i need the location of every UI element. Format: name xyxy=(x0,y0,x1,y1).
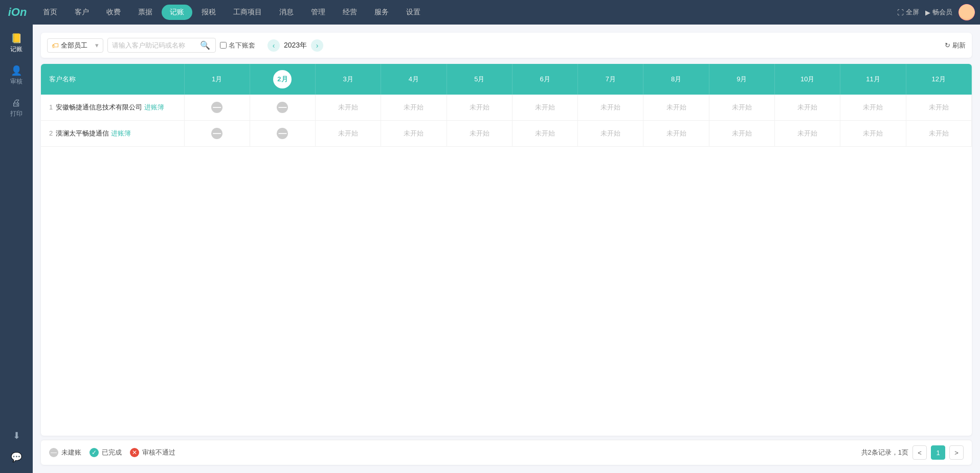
video-icon: ▶ xyxy=(925,9,930,16)
my-account-checkbox-label[interactable]: 名下账套 xyxy=(220,41,255,50)
prev-year-button[interactable]: ‹ xyxy=(268,39,280,52)
col-jul: 7月 xyxy=(578,64,643,95)
completed-icon: ✓ xyxy=(90,448,99,457)
nav-item-tax[interactable]: 报税 xyxy=(193,5,224,20)
cell-month-1: — xyxy=(184,121,250,147)
nav-menu: 首页客户收费票据记账报税工商项目消息管理经营服务设置 xyxy=(35,5,897,20)
nav-right: ⛶ 全屏 ▶ 畅会员 xyxy=(897,4,975,20)
nav-item-invoice[interactable]: 票据 xyxy=(130,5,161,20)
cell-month-9: 未开始 xyxy=(709,121,774,147)
search-input[interactable] xyxy=(112,41,199,49)
cell-month-1: — xyxy=(184,95,250,121)
nav-item-manage[interactable]: 管理 xyxy=(303,5,333,20)
next-year-button[interactable]: › xyxy=(311,39,323,52)
enter-ledger-link[interactable]: 进账簿 xyxy=(144,103,164,111)
sidebar-print-label: 打印 xyxy=(10,109,23,118)
top-navigation: iOn 首页客户收费票据记账报税工商项目消息管理经营服务设置 ⛶ 全屏 ▶ 畅会… xyxy=(0,0,980,25)
table-row: 1安徽畅捷通信息技术有限公司 进账簿——未开始未开始未开始未开始未开始未开始未开… xyxy=(41,95,972,121)
enter-ledger-link[interactable]: 进账簿 xyxy=(111,129,131,137)
fullscreen-button[interactable]: ⛶ 全屏 xyxy=(897,8,919,17)
legend: — 未建账 ✓ 已完成 ✕ 审核不通过 xyxy=(49,448,175,457)
year-navigator: ‹ 2023年 › xyxy=(268,39,323,52)
cell-month-4: 未开始 xyxy=(381,95,447,121)
status-not-started: 未开始 xyxy=(929,129,949,137)
cell-company: 1安徽畅捷通信息技术有限公司 进账簿 xyxy=(41,95,184,121)
status-not-started: 未开始 xyxy=(797,103,817,111)
audit-icon: 👤 xyxy=(11,66,22,75)
sidebar-bookkeeping-label: 记账 xyxy=(10,45,23,54)
app-logo: iOn xyxy=(5,0,30,25)
nav-item-service[interactable]: 服务 xyxy=(366,5,397,20)
avatar[interactable] xyxy=(959,4,975,20)
search-button[interactable]: 🔍 xyxy=(199,40,211,50)
nav-item-operation[interactable]: 经营 xyxy=(335,5,365,20)
year-label: 2023年 xyxy=(284,41,307,50)
status-not-started: 未开始 xyxy=(600,129,620,137)
cell-month-2: — xyxy=(250,95,315,121)
toolbar: 🏷 全部员工 ▾ 🔍 名下账套 ‹ 2023年 › ↻ 刷新 xyxy=(41,33,972,58)
col-nov: 11月 xyxy=(840,64,906,95)
not-built-label: 未建账 xyxy=(61,448,81,457)
cell-month-8: 未开始 xyxy=(643,121,709,147)
next-page-button[interactable]: > xyxy=(949,445,964,460)
refresh-label: 刷新 xyxy=(952,41,966,50)
nav-item-bookkeeping[interactable]: 记账 xyxy=(162,5,192,20)
page-1-button[interactable]: 1 xyxy=(931,445,945,460)
cell-month-6: 未开始 xyxy=(512,95,577,121)
sidebar-item-print[interactable]: 🖨 打印 xyxy=(2,93,31,123)
sidebar-item-help[interactable]: 💬 xyxy=(2,447,31,467)
status-not-started: 未开始 xyxy=(732,129,752,137)
member-label: 畅会员 xyxy=(932,8,952,17)
main-content: 🏷 全部员工 ▾ 🔍 名下账套 ‹ 2023年 › ↻ 刷新 xyxy=(33,25,980,473)
status-not-started: 未开始 xyxy=(404,103,424,111)
status-not-started: 未开始 xyxy=(732,103,752,111)
nav-item-business[interactable]: 工商项目 xyxy=(225,5,270,20)
avatar-image xyxy=(959,4,975,20)
nav-item-settings[interactable]: 设置 xyxy=(398,5,429,20)
legend-not-built: — 未建账 xyxy=(49,448,81,457)
nav-item-home[interactable]: 首页 xyxy=(35,5,65,20)
refresh-icon: ↻ xyxy=(945,41,950,49)
row-number: 2 xyxy=(49,129,53,137)
employee-dropdown[interactable]: 🏷 全部员工 ▾ xyxy=(47,38,103,53)
row-number: 1 xyxy=(49,103,53,111)
nav-item-billing[interactable]: 收费 xyxy=(98,5,129,20)
cell-month-8: 未开始 xyxy=(643,95,709,121)
nav-item-message[interactable]: 消息 xyxy=(271,5,302,20)
legend-rejected: ✕ 审核不通过 xyxy=(130,448,175,457)
my-account-label: 名下账套 xyxy=(229,41,255,50)
status-not-started: 未开始 xyxy=(666,103,686,111)
rejected-label: 审核不通过 xyxy=(142,448,175,457)
header-row: 客户名称 1月 2月 3月 4月 5月 6月 7月 8月 9月 10月 11月 xyxy=(41,64,972,95)
chevron-down-icon: ▾ xyxy=(95,41,99,49)
cell-month-7: 未开始 xyxy=(578,121,643,147)
refresh-button[interactable]: ↻ 刷新 xyxy=(945,41,966,50)
sidebar-item-download[interactable]: ⬇ xyxy=(2,426,31,445)
col-dec: 12月 xyxy=(906,64,971,95)
status-not-started: 未开始 xyxy=(338,129,358,137)
col-aug: 8月 xyxy=(643,64,709,95)
status-not-started: 未开始 xyxy=(797,129,817,137)
table-body: 1安徽畅捷通信息技术有限公司 进账簿——未开始未开始未开始未开始未开始未开始未开… xyxy=(41,95,972,147)
completed-label: 已完成 xyxy=(102,448,122,457)
prev-page-button[interactable]: < xyxy=(912,445,927,460)
cell-month-12: 未开始 xyxy=(906,121,971,147)
col-may: 5月 xyxy=(447,64,512,95)
cell-month-4: 未开始 xyxy=(381,121,447,147)
help-icon: 💬 xyxy=(11,453,22,462)
status-not-started: 未开始 xyxy=(863,129,883,137)
pagination: 共2条记录，1页 < 1 > xyxy=(861,445,964,460)
nav-item-client[interactable]: 客户 xyxy=(66,5,97,20)
cell-month-6: 未开始 xyxy=(512,121,577,147)
sidebar-item-audit[interactable]: 👤 审核 xyxy=(2,61,31,91)
status-not-started: 未开始 xyxy=(470,129,489,137)
status-not-started: 未开始 xyxy=(535,103,555,111)
cell-month-11: 未开始 xyxy=(840,121,906,147)
member-button[interactable]: ▶ 畅会员 xyxy=(925,8,952,17)
tag-icon: 🏷 xyxy=(52,41,59,50)
cell-month-11: 未开始 xyxy=(840,95,906,121)
my-account-checkbox[interactable] xyxy=(220,42,227,49)
cell-month-5: 未开始 xyxy=(447,95,512,121)
sidebar-item-bookkeeping[interactable]: 📒 记账 xyxy=(2,29,31,59)
bookkeeping-icon: 📒 xyxy=(11,34,22,43)
